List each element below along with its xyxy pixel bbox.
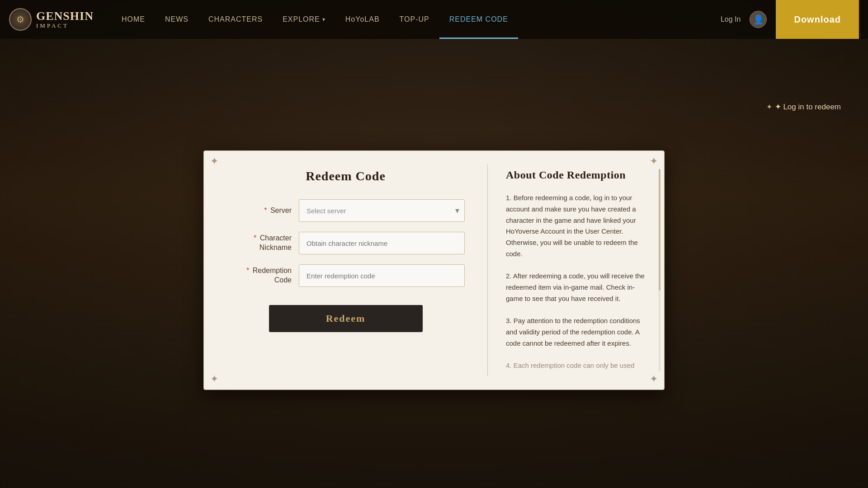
nav-links: HOME NEWS CHARACTERS EXPLORE ▾ HoYoLAB T… [112, 0, 721, 39]
logo-text: GENSHIN IMPACT [36, 10, 94, 29]
logo[interactable]: ⚙ GENSHIN IMPACT [9, 8, 94, 31]
character-label: * CharacterNickname [226, 234, 299, 253]
corner-top-left: ✦ [208, 155, 221, 168]
server-form-group: * Server Select server America Europe As… [226, 199, 465, 222]
character-input[interactable] [299, 232, 465, 254]
nav-news[interactable]: NEWS [155, 0, 198, 39]
info-point-3: 3. Pay attention to the redemption condi… [506, 315, 646, 349]
server-required: * [264, 206, 267, 214]
nav-hoyolab[interactable]: HoYoLAB [335, 0, 390, 39]
nav-right: Log In 👤 Download [721, 0, 859, 39]
navbar: ⚙ GENSHIN IMPACT HOME NEWS CHARACTERS EX… [0, 0, 868, 39]
server-select[interactable]: Select server America Europe Asia TW, HK… [299, 199, 465, 222]
info-point-1: 1. Before redeeming a code, log in to yo… [506, 192, 646, 260]
nav-redeem-code[interactable]: REDEEM CODE [439, 0, 518, 39]
info-text: 1. Before redeeming a code, log in to yo… [506, 192, 646, 371]
scrollbar[interactable] [659, 169, 660, 371]
redeem-card: ✦ ✦ ✦ ✦ Redeem Code * Server Select serv… [203, 150, 665, 390]
code-required: * [246, 267, 249, 274]
user-avatar[interactable]: 👤 [750, 11, 767, 28]
code-form-group: * RedemptionCode [226, 264, 465, 287]
nav-explore[interactable]: EXPLORE ▾ [273, 0, 335, 39]
info-point-2: 2. After redeeming a code, you will rece… [506, 271, 646, 304]
download-button[interactable]: Download [776, 0, 859, 39]
corner-bottom-left: ✦ [208, 372, 221, 386]
info-scroll[interactable]: About Code Redemption 1. Before redeemin… [506, 169, 648, 371]
info-title: About Code Redemption [506, 169, 646, 181]
card-title: Redeem Code [306, 169, 386, 183]
nav-topup[interactable]: TOP-UP [390, 0, 439, 39]
star-icon: ✦ [766, 103, 772, 111]
info-point-4: 4. Each redemption code can only be used [506, 360, 646, 371]
login-to-redeem-link[interactable]: ✦ ✦ Log in to redeem [766, 102, 841, 112]
scrollbar-thumb [659, 169, 660, 291]
character-required: * [254, 234, 256, 242]
redeem-button[interactable]: Redeem [269, 305, 423, 332]
card-form-panel: Redeem Code * Server Select server Ameri… [204, 151, 487, 389]
code-label: * RedemptionCode [226, 266, 299, 285]
code-input[interactable] [299, 264, 465, 287]
login-to-redeem-text: ✦ Log in to redeem [775, 102, 841, 112]
main-content: ✦ ✦ Log in to redeem ✦ ✦ ✦ ✦ Redeem Code… [0, 39, 868, 488]
nav-home[interactable]: HOME [112, 0, 155, 39]
character-form-group: * CharacterNickname [226, 232, 465, 254]
login-button[interactable]: Log In [721, 15, 741, 23]
explore-chevron: ▾ [322, 16, 326, 23]
nav-characters[interactable]: CHARACTERS [198, 0, 273, 39]
card-info-panel: About Code Redemption 1. Before redeemin… [488, 151, 664, 389]
server-label: * Server [226, 206, 299, 216]
server-select-wrapper: Select server America Europe Asia TW, HK… [299, 199, 465, 222]
logo-icon: ⚙ [9, 8, 32, 31]
